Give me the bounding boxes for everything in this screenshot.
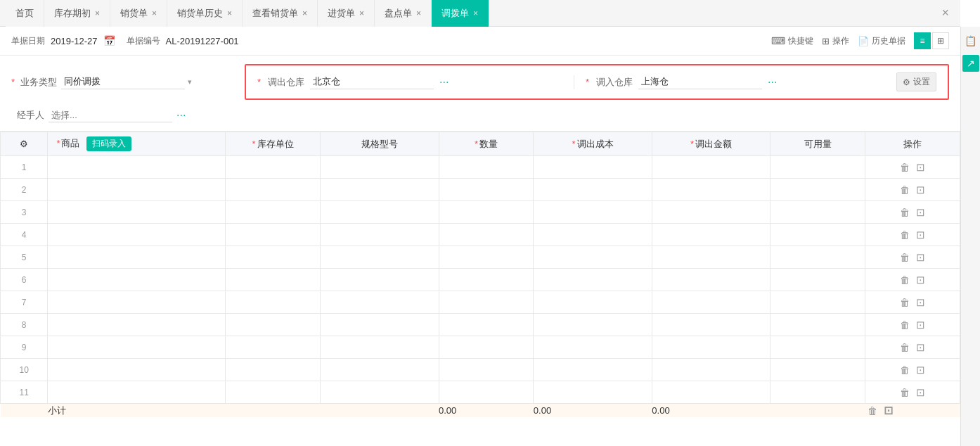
row-delete-icon[interactable]: 🗑 bbox=[898, 184, 912, 196]
row-spec[interactable] bbox=[320, 336, 439, 359]
row-unit[interactable] bbox=[226, 201, 321, 224]
row-cost[interactable] bbox=[534, 201, 652, 224]
row-available[interactable] bbox=[771, 359, 865, 381]
tab-close-view-sales[interactable]: × bbox=[302, 8, 307, 18]
row-spec[interactable] bbox=[320, 156, 439, 179]
row-product[interactable] bbox=[48, 179, 226, 201]
row-spec[interactable] bbox=[320, 291, 439, 314]
in-warehouse-more-btn[interactable]: ··· bbox=[768, 77, 777, 88]
row-product[interactable] bbox=[48, 314, 226, 336]
row-copy-icon[interactable]: ⊡ bbox=[914, 161, 927, 174]
handler-input[interactable] bbox=[49, 108, 172, 122]
row-cost[interactable] bbox=[534, 359, 652, 381]
row-unit[interactable] bbox=[226, 179, 321, 201]
row-unit[interactable] bbox=[226, 224, 321, 246]
tab-sales-order[interactable]: 销货单× bbox=[110, 0, 167, 27]
row-spec[interactable] bbox=[320, 269, 439, 291]
sidebar-list-icon[interactable]: 📋 bbox=[962, 32, 979, 49]
row-copy-icon[interactable]: ⊡ bbox=[914, 184, 927, 196]
row-qty[interactable] bbox=[439, 381, 534, 404]
row-copy-icon[interactable]: ⊡ bbox=[914, 319, 927, 331]
subtotal-copy-icon[interactable]: ⊡ bbox=[882, 404, 895, 417]
row-delete-icon[interactable]: 🗑 bbox=[898, 387, 912, 398]
row-available[interactable] bbox=[771, 224, 865, 246]
tab-close-transfer[interactable]: × bbox=[473, 8, 478, 18]
row-product[interactable] bbox=[48, 336, 226, 359]
list-view-btn[interactable]: ≡ bbox=[914, 32, 931, 49]
row-qty[interactable] bbox=[439, 269, 534, 291]
tab-close-stocktake[interactable]: × bbox=[416, 8, 421, 18]
row-delete-icon[interactable]: 🗑 bbox=[898, 274, 912, 286]
row-unit[interactable] bbox=[226, 269, 321, 291]
row-cost[interactable] bbox=[534, 246, 652, 269]
sidebar-export-icon[interactable]: ↗ bbox=[962, 55, 979, 72]
row-product[interactable] bbox=[48, 269, 226, 291]
row-spec[interactable] bbox=[320, 381, 439, 404]
row-copy-icon[interactable]: ⊡ bbox=[914, 296, 927, 309]
row-unit[interactable] bbox=[226, 156, 321, 179]
row-unit[interactable] bbox=[226, 336, 321, 359]
row-amount[interactable] bbox=[652, 179, 771, 201]
handler-more-btn[interactable]: ··· bbox=[176, 110, 186, 121]
row-delete-icon[interactable]: 🗑 bbox=[898, 342, 912, 353]
row-unit[interactable] bbox=[226, 359, 321, 381]
row-qty[interactable] bbox=[439, 336, 534, 359]
row-spec[interactable] bbox=[320, 224, 439, 246]
row-cost[interactable] bbox=[534, 381, 652, 404]
row-copy-icon[interactable]: ⊡ bbox=[914, 386, 927, 399]
row-available[interactable] bbox=[771, 156, 865, 179]
date-value[interactable]: 2019-12-27 bbox=[51, 36, 98, 46]
row-qty[interactable] bbox=[439, 314, 534, 336]
row-delete-icon[interactable]: 🗑 bbox=[898, 364, 912, 376]
row-available[interactable] bbox=[771, 246, 865, 269]
row-unit[interactable] bbox=[226, 314, 321, 336]
row-unit[interactable] bbox=[226, 291, 321, 314]
tab-close-all-icon[interactable]: × bbox=[936, 6, 955, 20]
tab-home[interactable]: 首页 bbox=[6, 0, 44, 27]
tab-close-sales-history[interactable]: × bbox=[227, 8, 232, 18]
row-delete-icon[interactable]: 🗑 bbox=[898, 297, 912, 308]
business-type-input[interactable] bbox=[61, 75, 185, 89]
row-cost[interactable] bbox=[534, 224, 652, 246]
row-amount[interactable] bbox=[652, 156, 771, 179]
tab-close-inventory-init[interactable]: × bbox=[95, 8, 100, 18]
row-amount[interactable] bbox=[652, 359, 771, 381]
row-delete-icon[interactable]: 🗑 bbox=[898, 319, 912, 331]
row-spec[interactable] bbox=[320, 359, 439, 381]
row-copy-icon[interactable]: ⊡ bbox=[914, 206, 927, 219]
row-available[interactable] bbox=[771, 314, 865, 336]
row-amount[interactable] bbox=[652, 381, 771, 404]
row-copy-icon[interactable]: ⊡ bbox=[914, 229, 927, 241]
row-amount[interactable] bbox=[652, 336, 771, 359]
settings-button[interactable]: ⚙ 设置 bbox=[896, 72, 936, 91]
row-product[interactable] bbox=[48, 291, 226, 314]
row-unit[interactable] bbox=[226, 381, 321, 404]
tab-close-sales-order[interactable]: × bbox=[152, 8, 157, 18]
row-product[interactable] bbox=[48, 246, 226, 269]
shortcuts-action[interactable]: ⌨ 快捷键 bbox=[771, 35, 813, 47]
row-amount[interactable] bbox=[652, 201, 771, 224]
col-settings-header[interactable]: ⚙ bbox=[1, 132, 48, 156]
row-cost[interactable] bbox=[534, 314, 652, 336]
row-spec[interactable] bbox=[320, 201, 439, 224]
scan-btn[interactable]: 扫码录入 bbox=[86, 136, 131, 151]
row-available[interactable] bbox=[771, 201, 865, 224]
row-qty[interactable] bbox=[439, 246, 534, 269]
tab-inventory-init[interactable]: 库存期初× bbox=[44, 0, 110, 27]
row-delete-icon[interactable]: 🗑 bbox=[898, 229, 912, 241]
row-amount[interactable] bbox=[652, 224, 771, 246]
row-amount[interactable] bbox=[652, 246, 771, 269]
row-product[interactable] bbox=[48, 156, 226, 179]
tab-close-purchase-order[interactable]: × bbox=[359, 8, 364, 18]
row-amount[interactable] bbox=[652, 291, 771, 314]
row-product[interactable] bbox=[48, 381, 226, 404]
row-qty[interactable] bbox=[439, 201, 534, 224]
dropdown-arrow-icon[interactable]: ▾ bbox=[188, 77, 192, 87]
row-product[interactable] bbox=[48, 224, 226, 246]
row-available[interactable] bbox=[771, 336, 865, 359]
row-copy-icon[interactable]: ⊡ bbox=[914, 364, 927, 376]
row-qty[interactable] bbox=[439, 156, 534, 179]
row-copy-icon[interactable]: ⊡ bbox=[914, 341, 927, 354]
row-available[interactable] bbox=[771, 291, 865, 314]
row-copy-icon[interactable]: ⊡ bbox=[914, 274, 927, 286]
